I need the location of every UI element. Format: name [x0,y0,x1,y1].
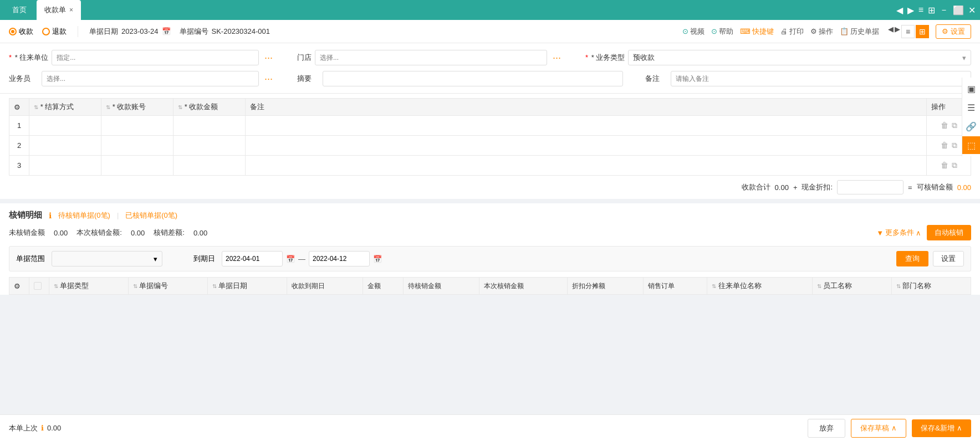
verify-info-icon[interactable]: ℹ [49,211,52,220]
filter-setting-button[interactable]: 设置 [933,251,964,266]
help-btn[interactable]: ⊙ 帮助 [711,27,733,37]
row-amount-2[interactable] [173,136,246,156]
sidebar-icon-2[interactable]: ☰ [962,99,980,116]
tab-home[interactable]: 首页 [4,0,34,20]
range-select[interactable]: ▾ [52,251,162,266]
grid-view-btn[interactable]: ⊞ [916,25,929,38]
summary-input[interactable] [323,71,623,86]
verify-tab-pending[interactable]: 待核销单据(0笔) [58,211,110,221]
row-settle-3[interactable] [29,156,101,176]
date-from-input[interactable] [222,251,283,266]
vth-checkbox[interactable] [29,278,49,295]
ops-btn[interactable]: ⚙ 操作 [810,27,833,37]
sidebar-icon-3[interactable]: 🔗 [962,117,980,135]
row-amount-1[interactable] [173,116,246,136]
window-minimize-icon[interactable]: － [940,4,948,16]
sort-arrows-account[interactable]: ⇅ [106,104,110,110]
date-from-calendar-icon[interactable]: 📅 [286,255,295,263]
save-new-arrow-icon: ∧ [957,424,962,432]
row-action-3: 🗑 ⧉ [927,156,971,176]
vsort-staff[interactable]: ⇅ [817,283,821,289]
counterpart-input[interactable] [52,50,259,65]
row-amount-3[interactable] [173,156,246,176]
row-remark-3[interactable] [246,156,927,176]
vth-due-date: 收款到期日 [287,278,363,295]
verify-tab-done[interactable]: 已核销单据(0笔) [125,211,177,221]
row-delete-icon-3[interactable]: 🗑 [941,161,948,170]
select-all-checkbox[interactable] [34,282,42,290]
store-input[interactable] [315,50,547,65]
row-account-1[interactable] [101,116,173,136]
radio-refund-label: 退款 [52,27,67,37]
radio-refund[interactable]: 退款 [42,27,67,37]
vth-counterpart: ⇅ 往来单位名称 [707,278,812,295]
tab-receipt[interactable]: 收款单 × [37,0,81,20]
staff-input[interactable] [42,71,259,86]
vsort-type[interactable]: ⇅ [54,283,58,289]
row-copy-icon-1[interactable]: ⧉ [952,121,957,130]
discount-input[interactable] [837,180,904,194]
sidebar-icon-1[interactable]: ▣ [962,80,980,98]
video-btn[interactable]: ⊙ 视频 [682,27,705,37]
window-maximize-icon[interactable]: ⬜ [953,5,964,16]
row-remark-2[interactable] [246,136,927,156]
sort-arrows-amount[interactable]: ⇅ [178,104,182,110]
ops-icon: ⚙ [810,27,817,35]
sidebar-icon-4[interactable]: ⬚ [962,136,980,154]
shortcut-btn[interactable]: ⌨ 快捷键 [740,27,774,37]
save-new-button[interactable]: 保存&新增 ∧ [912,419,971,437]
remark-input[interactable] [671,71,971,86]
tab-dashboard-icon[interactable]: ⊞ [928,5,935,16]
vsort-num[interactable]: ⇅ [133,283,137,289]
calendar-icon[interactable]: 📅 [162,27,171,35]
total-value: 0.00 [775,183,789,192]
row-delete-icon-1[interactable]: 🗑 [941,121,948,130]
history-btn[interactable]: 📋 历史单据 [840,27,879,37]
store-more-btn[interactable]: ··· [550,53,563,63]
date-to-input[interactable] [309,251,370,266]
row-settle-2[interactable] [29,136,101,156]
vsort-dept[interactable]: ⇅ [896,283,901,289]
next-nav-icon[interactable]: ▶ [895,25,900,38]
vtable-settings-icon[interactable]: ⚙ [14,282,21,290]
biz-type-select[interactable]: 预收款 ▾ [628,50,971,65]
date-to-calendar-icon[interactable]: 📅 [373,255,382,263]
row-remark-1[interactable] [246,116,927,136]
window-close-icon[interactable]: ✕ [968,5,976,16]
row-account-2[interactable] [101,136,173,156]
row-copy-icon-3[interactable]: ⧉ [952,161,957,170]
discard-button[interactable]: 放弃 [808,419,845,438]
print-btn[interactable]: 🖨 打印 [780,27,804,37]
prev-nav-icon[interactable]: ◀ [888,25,894,38]
prev-order-info-icon[interactable]: ℹ [41,424,44,432]
more-filter-btn[interactable]: ▼ 更多条件 ∧ [876,228,921,238]
table-settings-icon[interactable]: ⚙ [14,103,21,111]
row-account-3[interactable] [101,156,173,176]
vth-settings[interactable]: ⚙ [9,278,29,295]
table-row: 1 🗑 ⧉ [9,116,971,136]
tab-next-icon[interactable]: ▶ [907,5,914,16]
radio-receipt[interactable]: 收款 [9,27,33,37]
discount-label: 现金折扣: [802,182,833,192]
remark-label: 备注 [645,74,660,84]
vsort-date[interactable]: ⇅ [212,283,217,289]
staff-more-btn[interactable]: ··· [262,74,275,84]
tab-prev-icon[interactable]: ◀ [896,5,903,16]
row-settle-1[interactable] [29,116,101,136]
row-copy-icon-2[interactable]: ⧉ [952,141,957,150]
vsort-counterpart[interactable]: ⇅ [712,283,716,289]
th-settings[interactable]: ⚙ [9,99,29,116]
sort-arrows-settle[interactable]: ⇅ [34,104,38,110]
query-button[interactable]: 查询 [896,251,928,266]
row-delete-icon-2[interactable]: 🗑 [941,141,948,150]
tab-close-icon[interactable]: × [69,6,73,14]
auto-verify-button[interactable]: 自动核销 [927,225,971,240]
counterpart-more-btn[interactable]: ··· [262,53,275,63]
biz-type-label: * * 业务类型 [585,53,625,63]
th-amount: ⇅ * 收款金额 [173,99,246,116]
tab-grid-icon[interactable]: ≡ [918,5,923,15]
list-view-btn[interactable]: ≡ [901,25,915,38]
verify-title-row: 核销明细 ℹ 待核销单据(0笔) | 已核销单据(0笔) [9,210,971,221]
setting-button[interactable]: ⚙ 设置 [936,24,971,39]
save-draft-button[interactable]: 保存草稿 ∧ [851,419,906,438]
